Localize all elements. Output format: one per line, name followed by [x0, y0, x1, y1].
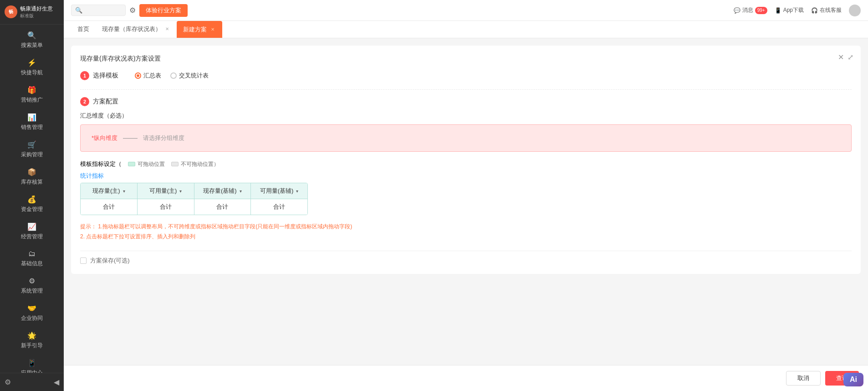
- settings-panel: 现存量(库存状况表)方案设置 ✕ ⤢ 1 选择模板 汇总表: [71, 46, 861, 274]
- option-cross-table[interactable]: 交叉统计表: [170, 72, 209, 80]
- search-input[interactable]: [84, 7, 121, 14]
- dimension-section-label: 汇总维度（必选）: [80, 112, 852, 120]
- sidebar-icon: 📊: [27, 113, 36, 122]
- legend-fixed: 不可拖动位置）: [171, 160, 219, 168]
- sidebar-item-库存核算[interactable]: 📦库存核算: [0, 163, 64, 190]
- tab-new-scheme[interactable]: 新建方案 ✕: [177, 21, 222, 38]
- sidebar-item-label: 资金管理: [21, 206, 43, 213]
- sidebar-item-label: 基础信息: [21, 260, 43, 268]
- sidebar-footer: ⚙ ◀: [0, 373, 64, 391]
- dimension-placeholder: 请选择分组维度: [143, 134, 184, 142]
- tab-new-close[interactable]: ✕: [209, 26, 216, 33]
- sidebar-item-经营管理[interactable]: 📈经营管理: [0, 218, 64, 245]
- tip-text-2: 2. 点击标题栏下拉可设置排序、插入列和删除列: [80, 232, 852, 242]
- sidebar-item-label: 新手引导: [21, 342, 43, 350]
- step2-section: 2 方案配置 汇总维度（必选） *纵向维度 —— 请选择分组维度: [80, 97, 852, 242]
- step2-num: 2: [80, 97, 89, 106]
- app-logo-icon: 畅: [5, 5, 17, 18]
- indicator-label-row: 模板指标设定（ 可拖动位置 不可拖动位置）: [80, 160, 852, 168]
- user-avatar[interactable]: [849, 5, 861, 16]
- tab-home[interactable]: 首页: [71, 21, 96, 38]
- sidebar-icon: 🛒: [27, 140, 36, 149]
- sidebar-icon: 🤝: [27, 304, 36, 313]
- expand-panel-icon[interactable]: ⤢: [848, 53, 853, 62]
- sidebar-item-系统管理[interactable]: ⚙系统管理: [0, 272, 64, 299]
- sidebar-icon: ⚡: [27, 58, 36, 67]
- sidebar-item-应用中心[interactable]: 📱应用中心: [0, 354, 64, 373]
- topbar-left: 🔍 ⚙ 体验行业方案: [71, 4, 728, 17]
- sidebar-item-营销推广[interactable]: 🎁营销推广: [0, 81, 64, 108]
- close-panel-icon[interactable]: ✕: [838, 53, 844, 62]
- stats-col-header[interactable]: 现存量(主)▾: [81, 183, 138, 199]
- sidebar-item-label: 销售管理: [21, 123, 43, 131]
- dimension-required-label: *纵向维度: [92, 134, 117, 142]
- save-row: 方案保存(可选): [80, 251, 852, 265]
- app-download-btn[interactable]: 📱 App下载: [775, 6, 804, 14]
- step1-options: 汇总表 交叉统计表: [135, 72, 209, 80]
- ai-badge[interactable]: Ai: [843, 373, 863, 386]
- settings-icon[interactable]: ⚙: [5, 378, 11, 386]
- sidebar-item-基础信息[interactable]: 🗂基础信息: [0, 245, 64, 272]
- legend-draggable: 可拖动位置: [128, 160, 165, 168]
- step1-label: 选择模板: [93, 72, 118, 80]
- app-logo-text: 畅康通好生意 标准版: [20, 5, 53, 19]
- search-icon: 🔍: [75, 7, 82, 14]
- sidebar-item-新手引导[interactable]: 🌟新手引导: [0, 327, 64, 354]
- sidebar-icon: 💰: [27, 195, 36, 204]
- download-icon: 📱: [775, 7, 781, 14]
- stats-table-header: 现存量(主)▾可用量(主)▾现存量(基辅)▾可用量(基辅)▾: [81, 183, 307, 199]
- indicator-label-text: 模板指标设定（: [80, 160, 122, 168]
- step1-section: 1 选择模板 汇总表 交叉统计表: [80, 71, 852, 80]
- tab-inventory-close[interactable]: ✕: [164, 26, 170, 32]
- sidebar-item-销售管理[interactable]: 📊销售管理: [0, 108, 64, 136]
- message-icon: 💬: [734, 7, 740, 14]
- draggable-legend-box: [128, 162, 135, 166]
- sidebar: 畅 畅康通好生意 标准版 🔍搜索菜单⚡快捷导航🎁营销推广📊销售管理🛒采购管理📦库…: [0, 0, 64, 391]
- save-checkbox[interactable]: [80, 257, 87, 264]
- step2-label: 方案配置: [93, 98, 118, 106]
- sidebar-item-label: 经营管理: [21, 233, 43, 241]
- step2-header: 2 方案配置: [80, 97, 852, 106]
- sidebar-item-搜索菜单[interactable]: 🔍搜索菜单: [0, 26, 64, 54]
- chevron-down-icon: ▾: [296, 189, 298, 194]
- sidebar-item-label: 库存核算: [21, 178, 43, 186]
- tip-section: 提示： 1.拖动标题栏可以调整布局，不可跨维度或指标区域拖动栏目字段(只能在同一…: [80, 222, 852, 242]
- sidebar-icon: 📱: [27, 359, 36, 367]
- message-btn[interactable]: 💬 消息 99+: [734, 6, 767, 14]
- stats-col-header[interactable]: 可用量(基辅)▾: [251, 183, 307, 199]
- message-badge: 99+: [755, 7, 767, 14]
- option-summary-table[interactable]: 汇总表: [135, 72, 161, 80]
- sidebar-icon: ⚙: [29, 277, 35, 285]
- online-service-btn[interactable]: 🎧 在线客服: [811, 6, 842, 14]
- stats-table: 现存量(主)▾可用量(主)▾现存量(基辅)▾可用量(基辅)▾ 合计合计合计合计: [80, 183, 308, 215]
- chevron-down-icon: ▾: [179, 189, 182, 194]
- cancel-button[interactable]: 取消: [786, 371, 821, 386]
- trial-btn[interactable]: 体验行业方案: [139, 4, 188, 17]
- stats-table-body: 合计合计合计合计: [81, 199, 307, 215]
- sidebar-item-label: 采购管理: [21, 151, 43, 159]
- panel-title: 现存量(库存状况表)方案设置: [80, 55, 852, 63]
- search-box[interactable]: 🔍: [71, 5, 126, 16]
- sidebar-item-采购管理[interactable]: 🛒采购管理: [0, 136, 64, 163]
- stats-col-body: 合计: [138, 199, 194, 215]
- sidebar-icon: 📦: [27, 168, 36, 176]
- radio-cross[interactable]: [170, 72, 177, 79]
- chevron-down-icon: ▾: [123, 189, 125, 194]
- stats-label: 统计指标: [80, 172, 852, 180]
- gear-icon[interactable]: ⚙: [129, 6, 136, 15]
- sidebar-item-快捷导航[interactable]: ⚡快捷导航: [0, 54, 64, 81]
- collapse-icon[interactable]: ◀: [54, 378, 59, 386]
- sidebar-item-资金管理[interactable]: 💰资金管理: [0, 190, 64, 218]
- sidebar-icon: 🎁: [27, 86, 36, 94]
- stats-col-body: 合计: [251, 199, 307, 215]
- sidebar-item-企业协同[interactable]: 🤝企业协同: [0, 299, 64, 327]
- main-area: 🔍 ⚙ 体验行业方案 💬 消息 99+ 📱 App下载 🎧 在线客服: [64, 0, 868, 391]
- tab-inventory[interactable]: 现存量（库存状况表） ✕: [96, 21, 177, 38]
- service-icon: 🎧: [811, 7, 818, 14]
- stats-col-header[interactable]: 可用量(主)▾: [138, 183, 194, 199]
- sidebar-item-label: 快捷导航: [21, 69, 43, 77]
- radio-summary[interactable]: [135, 72, 141, 79]
- stats-col-header[interactable]: 现存量(基辅)▾: [194, 183, 251, 199]
- save-label: 方案保存(可选): [90, 257, 130, 265]
- indicator-section: 模板指标设定（ 可拖动位置 不可拖动位置） 统计指标: [80, 160, 852, 242]
